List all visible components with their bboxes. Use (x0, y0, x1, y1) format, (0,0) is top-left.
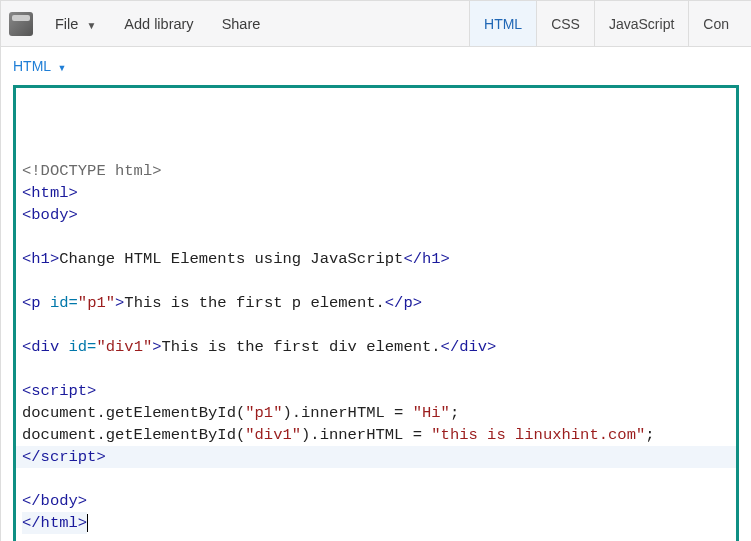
code-token: "div1" (96, 338, 152, 356)
editor-container: <!DOCTYPE html> <html> <body> <h1>Change… (13, 85, 739, 541)
file-menu[interactable]: File ▼ (45, 10, 106, 38)
code-token: </script> (22, 448, 106, 466)
tab-javascript[interactable]: JavaScript (594, 1, 688, 46)
caret-down-icon: ▼ (86, 20, 96, 31)
code-token: <!DOCTYPE html> (22, 162, 162, 180)
code-token: > (115, 294, 124, 312)
panel-tabs: HTML CSS JavaScript Con (469, 1, 743, 46)
top-toolbar: File ▼ Add library Share HTML CSS JavaSc… (1, 1, 751, 47)
code-token: "div1" (245, 426, 301, 444)
code-token: </p> (385, 294, 422, 312)
code-token: id= (59, 338, 96, 356)
pane-tab-html[interactable]: HTML ▼ (13, 58, 66, 74)
caret-down-icon: ▼ (57, 63, 66, 73)
code-token: document.getElementById( (22, 404, 245, 422)
code-token: > (152, 338, 161, 356)
code-token: ; (450, 404, 459, 422)
code-token: This is the first div element. (162, 338, 441, 356)
code-token: "this is linuxhint.com" (431, 426, 645, 444)
code-token: ).innerHTML = (282, 404, 412, 422)
tab-css[interactable]: CSS (536, 1, 594, 46)
code-token: Change HTML Elements using JavaScript (59, 250, 403, 268)
code-token: This is the first p element. (124, 294, 384, 312)
code-token: "p1" (245, 404, 282, 422)
editor-subbar: HTML ▼ (1, 47, 751, 85)
tab-console[interactable]: Con (688, 1, 743, 46)
code-token: ; (645, 426, 654, 444)
code-token: document.getElementById( (22, 426, 245, 444)
tab-html[interactable]: HTML (469, 1, 536, 46)
code-token: <body> (22, 206, 78, 224)
code-token: <html> (22, 184, 78, 202)
app-logo-icon[interactable] (9, 12, 33, 36)
code-token: id= (41, 294, 78, 312)
code-token: </body> (22, 492, 87, 510)
share-button[interactable]: Share (212, 10, 271, 38)
add-library-button[interactable]: Add library (114, 10, 203, 38)
code-token: "Hi" (413, 404, 450, 422)
code-token: <script> (22, 382, 96, 400)
file-menu-label: File (55, 16, 78, 32)
code-token: </html> (22, 514, 87, 532)
code-token: "p1" (78, 294, 115, 312)
code-editor[interactable]: <!DOCTYPE html> <html> <body> <h1>Change… (16, 88, 736, 541)
code-token: <div (22, 338, 59, 356)
code-token: </div> (441, 338, 497, 356)
code-token: <p (22, 294, 41, 312)
code-token: </h1> (403, 250, 450, 268)
code-token: ).innerHTML = (301, 426, 431, 444)
pane-tab-label: HTML (13, 58, 51, 74)
code-token: <h1> (22, 250, 59, 268)
